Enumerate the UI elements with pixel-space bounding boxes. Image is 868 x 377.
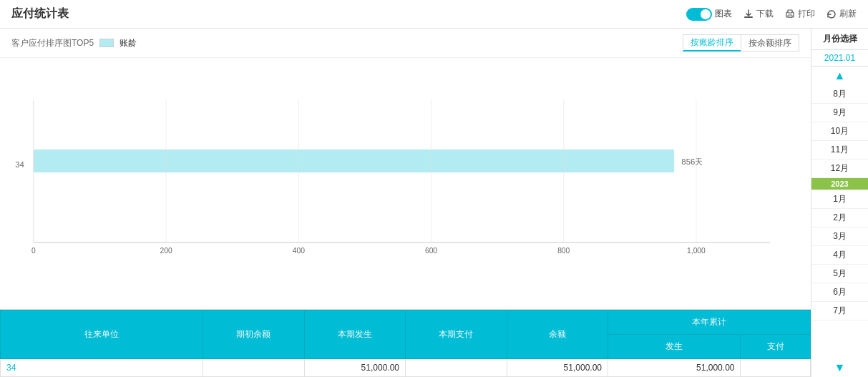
- sidebar: 月份选择 2021.01 ▲ 8月 9月 10月 11月 12月 2023 1月…: [811, 29, 868, 377]
- table-area: 往来单位 期初余额 本期发生 本期支付 余额 本年累计 发生 支付: [0, 309, 811, 377]
- chart-toggle-label: 图表: [715, 8, 732, 20]
- refresh-button[interactable]: 刷新: [826, 8, 857, 20]
- th-current-occurrence: 本期发生: [304, 310, 406, 359]
- sort-by-amount-button[interactable]: 按余额排序: [741, 34, 799, 52]
- svg-text:1,000: 1,000: [687, 247, 706, 255]
- sidebar-months: 8月 9月 10月 11月 12月 2023 1月 2月 3月 4月 5月 6月…: [811, 85, 868, 358]
- svg-text:856天: 856天: [681, 157, 703, 166]
- td-unit: 34: [1, 359, 203, 377]
- sidebar-month-5[interactable]: 5月: [811, 265, 868, 283]
- chart-legend: 客户应付排序图TOP5 账龄: [11, 37, 137, 49]
- sidebar-year-2023: 2023: [811, 178, 868, 190]
- download-button[interactable]: 下载: [743, 8, 774, 20]
- td-opening-balance: [203, 359, 305, 377]
- th-balance: 余额: [507, 310, 608, 359]
- chart-area: 客户应付排序图TOP5 账龄 按账龄排序 按余额排序 34 856天: [0, 29, 811, 377]
- sidebar-month-8[interactable]: 8月: [811, 85, 868, 104]
- sidebar-month-7[interactable]: 7月: [811, 302, 868, 320]
- sidebar-header: 月份选择: [811, 29, 868, 50]
- svg-text:200: 200: [160, 247, 173, 255]
- svg-text:0: 0: [31, 247, 36, 255]
- chart-header: 客户应付排序图TOP5 账龄 按账龄排序 按余额排序: [0, 29, 811, 58]
- sidebar-month-1[interactable]: 1月: [811, 190, 868, 209]
- legend-color-box: [99, 39, 114, 47]
- td-current-payment: [406, 359, 507, 377]
- td-current-occurrence: 51,000.00: [304, 359, 406, 377]
- th-yearly-payment: 支付: [741, 335, 811, 359]
- unit-link[interactable]: 34: [6, 363, 16, 373]
- print-button[interactable]: 打印: [785, 8, 815, 20]
- th-opening-balance: 期初余额: [203, 310, 305, 359]
- svg-text:800: 800: [557, 247, 570, 255]
- legend-label: 客户应付排序图TOP5: [11, 37, 94, 49]
- table-header-row-1: 往来单位 期初余额 本期发生 本期支付 余额 本年累计: [1, 310, 811, 335]
- svg-rect-5: [34, 150, 674, 172]
- sidebar-month-2[interactable]: 2月: [811, 209, 868, 227]
- sidebar-month-12[interactable]: 12月: [811, 160, 868, 178]
- svg-rect-0: [744, 16, 753, 18]
- td-yearly-payment: [741, 359, 811, 377]
- chart-container: 34 856天 0 200 400 600 800 1,000: [0, 58, 811, 309]
- th-yearly-occurrence: 发生: [608, 335, 741, 359]
- sidebar-month-9[interactable]: 9月: [811, 104, 868, 122]
- sort-by-balance-button[interactable]: 按账龄排序: [683, 34, 741, 52]
- page: 应付统计表 图表 下载 打印 刷新: [0, 0, 868, 377]
- svg-text:400: 400: [293, 247, 306, 255]
- svg-rect-3: [788, 15, 792, 17]
- sidebar-month-3[interactable]: 3月: [811, 227, 868, 246]
- sidebar-month-10[interactable]: 10月: [811, 122, 868, 141]
- main-body: 客户应付排序图TOP5 账龄 按账龄排序 按余额排序 34 856天: [0, 29, 868, 377]
- td-balance: 51,000.00: [507, 359, 608, 377]
- sidebar-month-4[interactable]: 4月: [811, 246, 868, 265]
- th-unit: 往来单位: [1, 310, 203, 359]
- sidebar-nav-up[interactable]: ▲: [811, 67, 868, 85]
- sidebar-month-6[interactable]: 6月: [811, 283, 868, 302]
- th-current-payment: 本期支付: [406, 310, 507, 359]
- refresh-icon: [826, 9, 837, 19]
- sidebar-current-date[interactable]: 2021.01: [811, 50, 868, 67]
- td-yearly-occurrence: 51,000.00: [608, 359, 741, 377]
- sidebar-month-11[interactable]: 11月: [811, 141, 868, 160]
- print-icon: [785, 9, 795, 19]
- chart-toggle-wrap: 图表: [686, 8, 732, 21]
- download-icon: [743, 9, 754, 19]
- table-row: 34 51,000.00 51,000.00 51,000.00: [1, 359, 811, 377]
- header: 应付统计表 图表 下载 打印 刷新: [0, 0, 868, 29]
- svg-text:34: 34: [15, 160, 24, 169]
- chart-sort: 按账龄排序 按余额排序: [683, 34, 799, 52]
- bar-chart: 34 856天 0 200 400 600 800 1,000: [11, 64, 799, 264]
- data-table: 往来单位 期初余额 本期发生 本期支付 余额 本年累计 发生 支付: [0, 310, 811, 377]
- svg-rect-2: [788, 10, 792, 13]
- page-title: 应付统计表: [11, 6, 69, 21]
- legend-color-label: 账龄: [120, 37, 137, 49]
- chart-toggle[interactable]: [686, 8, 712, 21]
- th-yearly-total: 本年累计: [608, 310, 811, 335]
- sidebar-nav-down[interactable]: ▼: [811, 358, 868, 377]
- svg-text:600: 600: [425, 247, 438, 255]
- header-actions: 图表 下载 打印 刷新: [686, 8, 857, 21]
